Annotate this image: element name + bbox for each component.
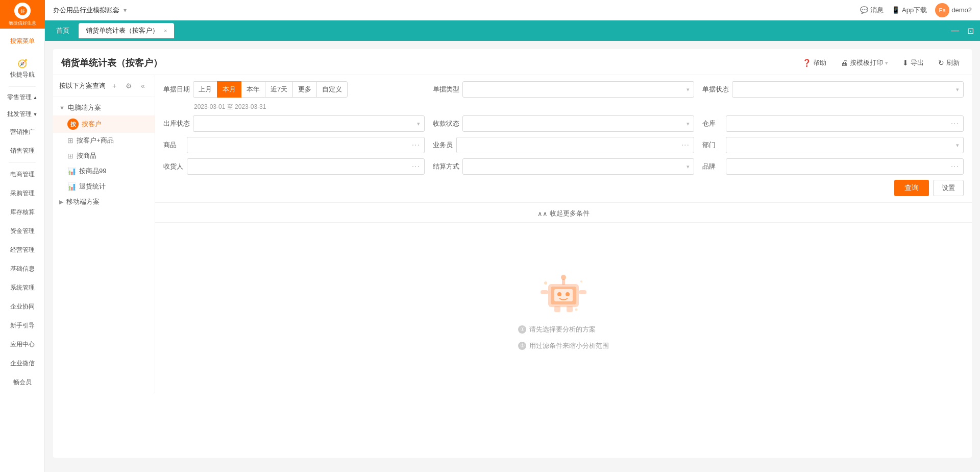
doc-type-input[interactable]: ▾ xyxy=(462,81,694,98)
sidebar-item-finance[interactable]: 资金管理 xyxy=(0,222,44,241)
receiver-input[interactable]: ··· xyxy=(187,158,425,175)
scheme-group-mobile: ▶ 移动端方案 xyxy=(53,194,155,209)
tabs-right-actions: — ⊡ xyxy=(949,26,976,36)
brand-dots[interactable]: ··· xyxy=(951,162,959,171)
corpwechat-label: 企业微信 xyxy=(10,359,35,368)
scheme-add-btn[interactable]: + xyxy=(109,80,120,91)
doc-status-input[interactable]: ▾ xyxy=(732,81,964,98)
svg-point-6 xyxy=(566,292,570,296)
sidebar-item-basicinfo[interactable]: 基础信息 xyxy=(0,259,44,278)
sidebar-item-member[interactable]: 畅会员 xyxy=(0,373,44,392)
sidebar-item-marketing[interactable]: 营销推广 xyxy=(0,123,44,141)
date-btn-more[interactable]: 更多 xyxy=(292,81,317,98)
empty-state: ① 请先选择要分析的方案 ② 用过滤条件来缩小分析范围 xyxy=(155,223,972,393)
payment-status-input[interactable]: ▾ xyxy=(462,115,694,132)
phone-icon: 📱 xyxy=(892,6,900,14)
receiver-dots[interactable]: ··· xyxy=(412,162,420,171)
help-btn[interactable]: ❓ 帮助 xyxy=(798,56,830,69)
date-btn-lastmonth[interactable]: 上月 xyxy=(193,81,217,98)
sidebar-item-procurement[interactable]: 采购管理 xyxy=(0,184,44,203)
empty-tip-2: ② 用过滤条件来缩小分析范围 xyxy=(518,339,609,352)
page-actions: ❓ 帮助 🖨 按模板打印 ▾ ⬇ 导出 ↻ 刷新 xyxy=(798,56,964,69)
print-btn[interactable]: 🖨 按模板打印 ▾ xyxy=(837,56,892,69)
scheme-item-return[interactable]: 📊 退货统计 xyxy=(53,179,155,194)
filter-row-2: 出库状态 ▾ 收款状态 ▾ xyxy=(163,115,964,132)
sidebar-item-sysconfig[interactable]: 系统管理 xyxy=(0,278,44,297)
empty-tips: ① 请先选择要分析的方案 ② 用过滤条件来缩小分析范围 xyxy=(518,323,609,352)
main-area: 办公用品行业模拟账套 ▾ 💬 消息 📱 App下载 Ea demo2 首页 销货… xyxy=(45,0,980,472)
tab-minimize-btn[interactable]: — xyxy=(949,26,961,35)
quicknav-label: 快捷导航 xyxy=(10,70,35,79)
sidebar-item-wholesale[interactable]: 批发管理 xyxy=(0,106,44,123)
tab-home[interactable]: 首页 xyxy=(49,23,77,38)
settlement-filter-cell: 结算方式 ▾ xyxy=(433,158,694,175)
print-dropdown-icon[interactable]: ▾ xyxy=(885,60,888,66)
refresh-btn[interactable]: ↻ 刷新 xyxy=(934,56,964,69)
out-status-input[interactable]: ▾ xyxy=(193,115,425,132)
tab-home-label: 首页 xyxy=(56,26,69,35)
scheme-group-mobile-header[interactable]: ▶ 移动端方案 xyxy=(53,194,155,209)
warehouse-dots[interactable]: ··· xyxy=(951,119,959,128)
close-tab-icon[interactable]: × xyxy=(164,28,167,34)
help-label: 帮助 xyxy=(813,58,826,67)
date-btn-custom[interactable]: 自定义 xyxy=(316,81,348,98)
salesperson-input[interactable]: ··· xyxy=(456,137,694,153)
inventory-label: 库存核算 xyxy=(10,208,35,217)
sidebar-item-quicknav[interactable]: 🧭 快捷导航 xyxy=(0,54,44,84)
sidebar-item-appcenter[interactable]: 应用中心 xyxy=(0,335,44,354)
product-label: 商品 xyxy=(163,140,184,150)
settings-button[interactable]: 设置 xyxy=(933,180,964,196)
scheme-item-product99[interactable]: 📊 按商品99 xyxy=(53,163,155,179)
tab-sales-stats[interactable]: 销货单统计表（按客户） × xyxy=(79,23,174,38)
message-btn[interactable]: 💬 消息 xyxy=(860,6,884,15)
sidebar-item-sales[interactable]: 销售管理 xyxy=(0,141,44,160)
sidebar-item-enterprise[interactable]: 企业协同 xyxy=(0,297,44,316)
department-arrow: ▾ xyxy=(956,142,959,149)
salesperson-dots[interactable]: ··· xyxy=(681,140,690,150)
scheme-group-desktop: ▼ 电脑端方案 按 按客户 ⊞ 按客户+商品 xyxy=(53,100,155,194)
export-btn[interactable]: ⬇ 导出 xyxy=(898,56,928,69)
refresh-label: 刷新 xyxy=(946,58,960,67)
department-input[interactable]: ▾ xyxy=(726,137,964,153)
doc-status-filter-cell: 单据状态 ▾ xyxy=(702,81,964,98)
app-download-btn[interactable]: 📱 App下载 xyxy=(892,6,927,15)
scheme-settings-btn[interactable]: ⚙ xyxy=(123,80,134,91)
avatar: Ea xyxy=(935,3,949,17)
finance-label: 资金管理 xyxy=(10,227,35,235)
scheme-item-customer-product[interactable]: ⊞ 按客户+商品 xyxy=(53,133,155,148)
product-input[interactable]: ··· xyxy=(187,137,425,153)
date-btn-7days[interactable]: 近7天 xyxy=(265,81,293,98)
date-btn-thismonth[interactable]: 本月 xyxy=(217,81,241,98)
sidebar-item-retail[interactable]: 零售管理 xyxy=(0,89,44,106)
operations-label: 经营管理 xyxy=(10,246,35,254)
brand-label: 品牌 xyxy=(702,162,723,171)
grid-icon-2: ⊞ xyxy=(67,152,74,160)
user-profile[interactable]: Ea demo2 xyxy=(935,3,972,17)
sidebar-item-newuser[interactable]: 新手引导 xyxy=(0,316,44,335)
sidebar-item-inventory[interactable]: 库存核算 xyxy=(0,203,44,222)
tip-num-1: ① xyxy=(518,325,526,334)
sidebar-item-operations[interactable]: 经营管理 xyxy=(0,241,44,259)
date-btn-thisyear[interactable]: 本年 xyxy=(241,81,265,98)
app-logo[interactable]: 好 畅捷信好生意 xyxy=(0,0,45,29)
warehouse-label: 仓库 xyxy=(702,119,723,128)
collapse-btn[interactable]: ∧∧ 收起更多条件 xyxy=(531,207,596,220)
query-button[interactable]: 查询 xyxy=(894,180,929,196)
collapse-up-icon: ∧∧ xyxy=(537,210,548,218)
scheme-group-desktop-header[interactable]: ▼ 电脑端方案 xyxy=(53,100,155,115)
warehouse-input[interactable]: ··· xyxy=(726,115,964,132)
doc-type-filter-cell: 单据类型 ▾ xyxy=(433,81,694,98)
tab-expand-btn[interactable]: ⊡ xyxy=(965,26,976,36)
sidebar-item-corpwechat[interactable]: 企业微信 xyxy=(0,354,44,373)
product-dots[interactable]: ··· xyxy=(412,140,420,150)
settlement-input[interactable]: ▾ xyxy=(462,158,694,175)
scheme-tree: ▼ 电脑端方案 按 按客户 ⊞ 按客户+商品 xyxy=(53,97,155,213)
sidebar-item-ecommerce[interactable]: 电商管理 xyxy=(0,165,44,184)
scheme-collapse-btn[interactable]: « xyxy=(137,80,149,91)
help-icon: ❓ xyxy=(802,59,811,67)
scheme-item-customer[interactable]: 按 按客户 xyxy=(53,115,155,133)
scheme-item-product[interactable]: ⊞ 按商品 xyxy=(53,148,155,163)
suite-dropdown[interactable]: ▾ xyxy=(124,7,127,14)
search-menu-label[interactable]: 搜索菜单 xyxy=(0,34,44,49)
brand-input[interactable]: ··· xyxy=(726,158,964,175)
